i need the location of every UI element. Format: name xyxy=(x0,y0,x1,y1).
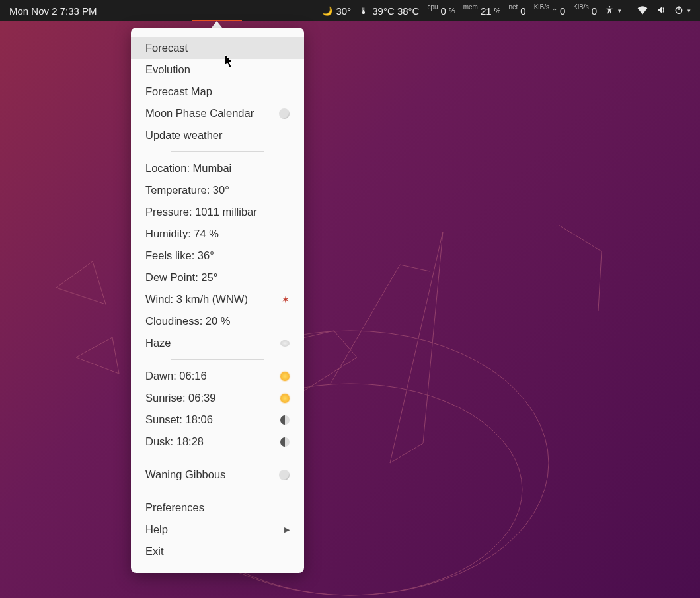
mouse-cursor xyxy=(225,54,235,69)
power-menu[interactable]: ▾ xyxy=(670,0,695,21)
kibs-down-value: 0 xyxy=(592,5,597,17)
weather-temp: 30° xyxy=(336,5,352,17)
power-icon xyxy=(674,5,683,17)
menu-item-label: Evolution xyxy=(145,64,190,76)
info-text: Haze xyxy=(145,337,171,349)
chevron-right-icon: ▶ xyxy=(284,525,290,534)
weather-icon: 🌙 xyxy=(322,6,332,16)
wind-icon: ✶ xyxy=(282,294,290,305)
menu-item-moon-phase-calendar[interactable]: Moon Phase Calendar xyxy=(131,103,304,124)
cpu-indicator[interactable]: cpu 0 % xyxy=(423,0,459,21)
menu-item-label: Exit xyxy=(145,545,164,558)
accessibility-menu[interactable]: ▾ xyxy=(601,0,625,21)
moon-icon xyxy=(279,108,290,119)
menu-item-label: Moon Phase Calendar xyxy=(145,107,254,120)
weather-menu: Forecast Evolution Forecast Map Moon Pha… xyxy=(131,28,304,573)
net-indicator[interactable]: net 0 xyxy=(504,0,529,21)
kibs-up-label: KiB/s xyxy=(534,4,549,11)
menu-item-label: Forecast xyxy=(145,42,188,54)
info-pressure: Pressure: 1011 millibar xyxy=(131,201,304,223)
info-cloudiness: Cloudiness: 20 % xyxy=(131,310,304,332)
desktop-wallpaper xyxy=(0,0,700,598)
svg-point-2 xyxy=(609,6,611,8)
info-text: Dew Point: 25° xyxy=(145,271,217,284)
sun-icon xyxy=(280,372,290,381)
menu-item-label: Forecast Map xyxy=(145,85,212,98)
mem-label: mem xyxy=(463,4,478,11)
info-text: Temperature: 30° xyxy=(145,184,229,196)
volume-icon xyxy=(656,5,666,17)
info-moon-phase: Waning Gibbous xyxy=(131,464,304,486)
info-location: Location: Mumbai xyxy=(131,157,304,179)
info-humidity: Humidity: 74 % xyxy=(131,223,304,245)
datetime[interactable]: Mon Nov 2 7:33 PM xyxy=(5,0,101,21)
cpu-label: cpu xyxy=(427,4,438,11)
kibs-up-icon: ⌃ xyxy=(552,7,557,15)
info-text: Dawn: 06:16 xyxy=(145,370,207,382)
cpu-unit: % xyxy=(449,7,455,15)
info-feels-like: Feels like: 36° xyxy=(131,245,304,267)
menu-item-label: Update weather xyxy=(145,129,223,142)
menu-pointer xyxy=(212,21,222,28)
moon-half-icon xyxy=(280,437,290,447)
weather-indicator[interactable]: 🌙 30° xyxy=(318,0,356,21)
info-dawn: Dawn: 06:16 xyxy=(131,365,304,387)
info-text: Sunset: 18:06 xyxy=(145,413,213,426)
wifi-icon xyxy=(637,5,648,17)
haze-icon xyxy=(280,340,290,347)
menu-separator xyxy=(171,458,264,458)
chevron-down-icon: ▾ xyxy=(687,7,691,14)
network-menu[interactable] xyxy=(633,0,652,21)
info-sunrise: Sunrise: 06:39 xyxy=(131,387,304,409)
kibs-up[interactable]: KiB/s ⌃ 0 xyxy=(530,0,570,21)
net-label: net xyxy=(508,4,518,11)
cpu-value: 0 xyxy=(441,5,446,17)
kibs-up-value: 0 xyxy=(560,5,565,17)
menu-separator xyxy=(171,359,264,360)
thermometer-icon: 🌡 xyxy=(359,5,368,16)
temp-range-text: 39°C 38°C xyxy=(372,5,419,17)
moon-half-icon xyxy=(280,415,290,425)
accessibility-icon xyxy=(605,5,614,17)
menu-item-evolution[interactable]: Evolution xyxy=(131,59,304,81)
datetime-text: Mon Nov 2 7:33 PM xyxy=(9,5,97,17)
menu-item-label: Help xyxy=(145,523,168,536)
mem-value: 21 xyxy=(481,5,492,17)
sound-menu[interactable] xyxy=(652,0,670,21)
info-text: Sunrise: 06:39 xyxy=(145,392,215,404)
info-haze: Haze xyxy=(131,332,304,354)
kibs-down-label: KiB/s xyxy=(573,4,588,11)
menu-item-forecast-map[interactable]: Forecast Map xyxy=(131,81,304,103)
menu-item-forecast[interactable]: Forecast xyxy=(131,37,304,59)
mem-unit: % xyxy=(494,7,501,15)
menu-item-update-weather[interactable]: Update weather xyxy=(131,124,304,146)
info-dew-point: Dew Point: 25° xyxy=(131,267,304,288)
info-dusk: Dusk: 18:28 xyxy=(131,431,304,452)
temp-indicator[interactable]: 🌡 39°C 38°C xyxy=(355,0,423,21)
top-panel: Mon Nov 2 7:33 PM 🌙 30° 🌡 39°C 38°C cpu … xyxy=(0,0,700,21)
kibs-down[interactable]: KiB/s 0 xyxy=(569,0,601,21)
moon-icon xyxy=(279,470,290,480)
menu-item-exit[interactable]: Exit xyxy=(131,540,304,562)
menu-separator xyxy=(171,491,264,491)
info-text: Pressure: 1011 millibar xyxy=(145,206,257,218)
info-text: Dusk: 18:28 xyxy=(145,435,204,448)
info-text: Location: Mumbai xyxy=(145,162,231,175)
info-wind: Wind: 3 km/h (WNW) ✶ xyxy=(131,288,304,310)
menu-item-label: Preferences xyxy=(145,501,204,514)
info-temperature: Temperature: 30° xyxy=(131,179,304,201)
info-text: Humidity: 74 % xyxy=(145,228,219,240)
info-text: Cloudiness: 20 % xyxy=(145,315,230,327)
info-text: Waning Gibbous xyxy=(145,468,225,481)
menu-item-preferences[interactable]: Preferences xyxy=(131,497,304,519)
info-text: Wind: 3 km/h (WNW) xyxy=(145,293,248,306)
menu-item-help[interactable]: Help ▶ xyxy=(131,519,304,540)
chevron-down-icon: ▾ xyxy=(618,7,621,14)
sun-icon xyxy=(280,394,290,403)
menu-separator xyxy=(171,151,264,152)
net-value: 0 xyxy=(520,5,525,17)
info-text: Feels like: 36° xyxy=(145,249,214,262)
info-sunset: Sunset: 18:06 xyxy=(131,409,304,431)
mem-indicator[interactable]: mem 21 % xyxy=(459,0,505,21)
